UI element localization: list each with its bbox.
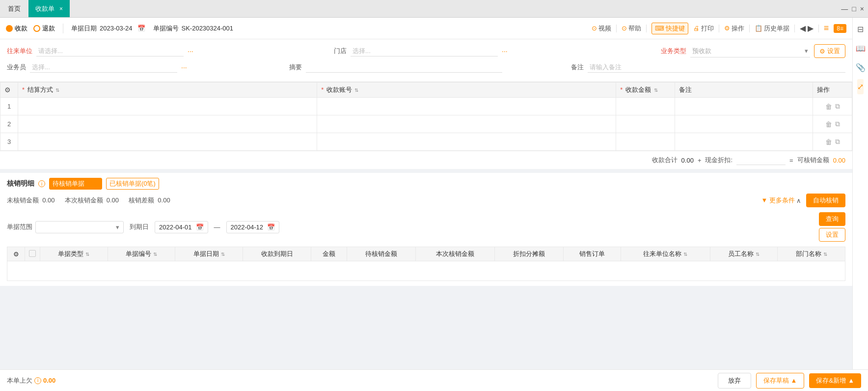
expand-sidebar-icon[interactable]: ⤢ <box>857 79 864 94</box>
delete-icon[interactable]: 🗑 <box>825 138 832 146</box>
table-sidebar-icon[interactable]: ⊟ <box>857 22 864 37</box>
copy-icon[interactable]: ⧉ <box>835 138 840 146</box>
account-cell[interactable] <box>317 115 616 133</box>
sort-counterpart[interactable]: ⇅ <box>683 251 687 257</box>
date-dash: — <box>214 223 220 231</box>
counterpart-more-icon[interactable]: ··· <box>188 47 193 55</box>
pending-tab[interactable]: 待核销单据(0笔) <box>49 178 102 190</box>
th-account-sort[interactable]: ⇅ <box>354 87 358 93</box>
date-field: 单据日期 2023-03-24 📅 <box>71 24 145 33</box>
tab-collection[interactable]: 收款单 × <box>28 0 70 17</box>
summary-input[interactable] <box>306 62 502 73</box>
book-sidebar-icon[interactable]: 📖 <box>856 41 866 56</box>
action-cell: 🗑 ⧉ <box>813 115 852 133</box>
save-draft-btn[interactable]: 保存草稿 ▲ <box>756 373 805 389</box>
date-start-input[interactable]: 2022-04-01 📅 <box>155 221 208 233</box>
operation-btn[interactable]: ⚙ 操作 <box>724 24 744 33</box>
save-new-btn[interactable]: 保存&新增 ▲ <box>809 373 861 388</box>
video-btn[interactable]: ⊙ 视频 <box>592 24 611 33</box>
sort-date[interactable]: ⇅ <box>221 251 225 257</box>
dth-gear[interactable]: ⚙ <box>7 247 25 261</box>
tab-home[interactable]: 首页 <box>0 0 28 17</box>
dth-discount: 折扣分摊额 <box>495 247 563 261</box>
next-page-btn[interactable]: ▶ <box>808 24 814 33</box>
remark-input[interactable] <box>588 62 845 73</box>
help-btn[interactable]: ⊙ 帮助 <box>622 24 641 33</box>
sort-dept[interactable]: ⇅ <box>823 251 827 257</box>
view-toggle-btn[interactable]: 8≡ <box>834 24 846 33</box>
dth-type: 单据类型⇅ <box>40 247 108 261</box>
sort-type[interactable]: ⇅ <box>85 251 89 257</box>
counterpart-input[interactable] <box>36 46 184 56</box>
summary-field: 摘要 <box>281 62 564 73</box>
gear-icon[interactable]: ⚙ <box>4 86 11 94</box>
amount-cell[interactable] <box>616 133 675 151</box>
query-btn[interactable]: 查询 <box>819 212 845 226</box>
th-amount-sort[interactable]: ⇅ <box>654 87 658 93</box>
remark-cell[interactable] <box>675 115 813 133</box>
auto-cancel-btn[interactable]: 自动核销 <box>806 194 845 207</box>
staff-more-icon[interactable]: ··· <box>181 63 187 71</box>
setting-sm-btn[interactable]: 设置 <box>819 228 845 242</box>
radio-collection[interactable]: 收款 <box>6 24 27 33</box>
copy-icon[interactable]: ⧉ <box>835 102 840 111</box>
prev-page-btn[interactable]: ◀ <box>800 24 806 33</box>
info-icon[interactable]: i <box>38 180 45 187</box>
range-arrow: ▾ <box>116 223 119 231</box>
settle-cell[interactable] <box>18 115 317 133</box>
sort-num[interactable]: ⇅ <box>153 251 157 257</box>
history-btn[interactable]: 📋 历史单据 <box>755 24 789 33</box>
account-cell[interactable] <box>317 133 616 151</box>
close-window-icon[interactable]: × <box>860 5 864 13</box>
amount-cell[interactable] <box>616 98 675 115</box>
detail-table: ⚙ 单据类型⇅ 单据编号⇅ 单据日期⇅ 收款到期日 <box>7 247 845 281</box>
settle-cell[interactable] <box>18 98 317 115</box>
print-icon: 🖨 <box>693 25 700 32</box>
th-settle-sort[interactable]: ⇅ <box>55 87 59 93</box>
clip-sidebar-icon[interactable]: 📎 <box>856 60 866 75</box>
delete-icon[interactable]: 🗑 <box>825 120 832 128</box>
number-label: 单据编号 <box>153 24 179 33</box>
settings-button[interactable]: ⚙ 设置 <box>814 44 845 58</box>
done-tab-label: 已核销单据(0笔) <box>109 180 156 187</box>
calendar-icon[interactable]: 📅 <box>137 25 145 32</box>
header-checkbox[interactable] <box>29 250 36 257</box>
discount-input[interactable] <box>736 155 786 165</box>
dth-cb[interactable] <box>25 247 40 261</box>
sort-staff[interactable]: ⇅ <box>756 251 760 257</box>
done-tab[interactable]: 已核销单据(0笔) <box>106 178 159 190</box>
tab-close-icon[interactable]: × <box>59 5 63 12</box>
print-btn[interactable]: 🖨 打印 <box>693 24 714 33</box>
radio-refund-dot <box>33 25 40 32</box>
list-view-icon[interactable]: ≡ <box>824 23 829 33</box>
copy-icon[interactable]: ⧉ <box>835 120 840 128</box>
business-type-select[interactable]: 预收款 ▾ <box>690 45 810 57</box>
dth-this-cancel: 本次核销金额 <box>415 247 494 261</box>
more-conditions-btn[interactable]: ▼ 更多条件 ∧ <box>761 196 801 205</box>
th-gear[interactable]: ⚙ <box>0 83 18 98</box>
delete-icon[interactable]: 🗑 <box>825 103 832 111</box>
gear-small-icon[interactable]: ⚙ <box>13 251 19 258</box>
store-input[interactable] <box>351 46 498 56</box>
remark-cell[interactable] <box>675 133 813 151</box>
maximize-icon[interactable]: □ <box>852 5 856 13</box>
save-new-label: 保存&新增 <box>816 376 846 385</box>
tab-collection-label: 收款单 <box>35 4 54 13</box>
staff-input[interactable] <box>30 62 177 73</box>
amount-cell[interactable] <box>616 115 675 133</box>
minimize-icon[interactable]: — <box>841 5 848 13</box>
date-end-input[interactable]: 2022-04-12 📅 <box>226 221 280 233</box>
store-more-icon[interactable]: ··· <box>502 47 508 55</box>
range-select[interactable]: ▾ <box>35 221 124 233</box>
plus-sign: + <box>698 157 702 164</box>
discard-btn[interactable]: 放弃 <box>718 373 751 389</box>
shortcut-btn[interactable]: ⌨ 快捷键 <box>651 23 688 34</box>
account-cell[interactable] <box>317 98 616 115</box>
toolbar-right: ⊙ 视频 ⊙ 帮助 ⌨ 快捷键 🖨 打印 ⚙ 操作 <box>592 23 846 34</box>
info-circle-footer[interactable]: i <box>34 377 41 384</box>
radio-refund[interactable]: 退款 <box>33 24 55 33</box>
video-icon: ⊙ <box>592 25 597 32</box>
date-end-value: 2022-04-12 <box>231 223 264 231</box>
remark-cell[interactable] <box>675 98 813 115</box>
settle-cell[interactable] <box>18 133 317 151</box>
